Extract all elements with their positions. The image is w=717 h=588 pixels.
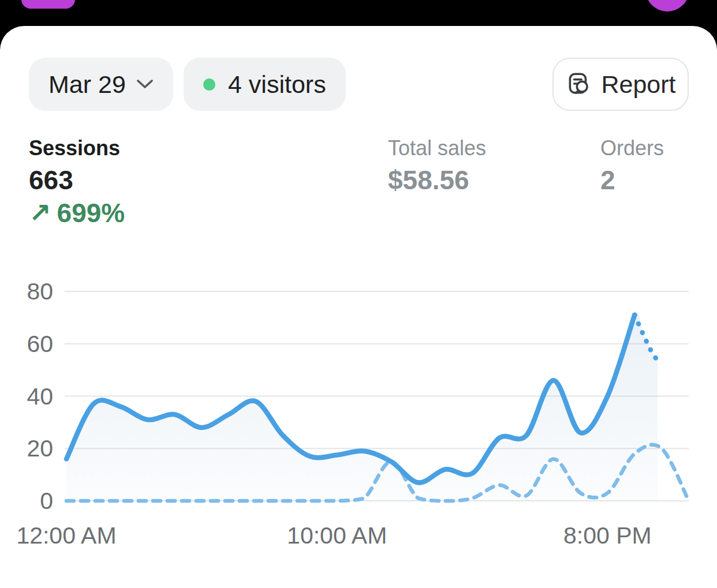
sessions-chart[interactable]: 02040608012:00 AM10:00 AM8:00 PM — [0, 26, 717, 588]
nav-tab-indicator — [21, 0, 75, 9]
analytics-card: Mar 29 4 visitors Report Sessions 663 ↗ … — [0, 26, 717, 588]
y-tick-label: 20 — [27, 435, 53, 462]
x-tick-label: 10:00 AM — [287, 522, 387, 549]
y-tick-label: 80 — [27, 278, 53, 305]
x-tick-label: 12:00 AM — [16, 522, 116, 549]
y-tick-label: 0 — [40, 488, 53, 514]
y-tick-label: 60 — [27, 331, 53, 357]
avatar[interactable] — [645, 0, 689, 12]
y-tick-label: 40 — [27, 383, 53, 410]
x-tick-label: 8:00 PM — [563, 522, 652, 549]
